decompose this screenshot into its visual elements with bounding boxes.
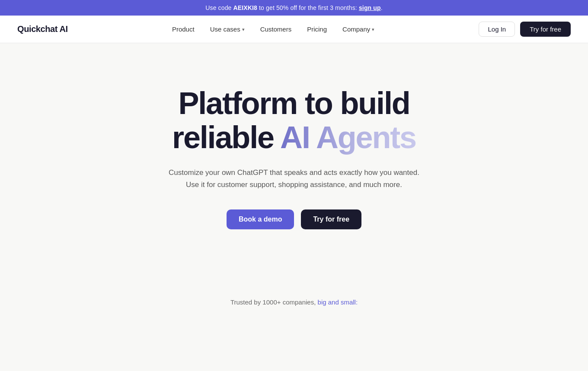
signup-link[interactable]: sign up	[359, 4, 381, 11]
company-nav-label: Company	[342, 25, 370, 33]
hero-section: Platform to build reliable AI Agents Cus…	[0, 43, 588, 255]
trusted-text: Trusted by 1000+ companies, big and smal…	[230, 298, 358, 306]
pricing-nav-button[interactable]: Pricing	[307, 25, 327, 33]
hero-subtitle: Customize your own ChatGPT that speaks a…	[164, 167, 424, 190]
chevron-down-icon-company: ▾	[372, 27, 374, 32]
nav-item-company[interactable]: Company ▾	[342, 25, 374, 33]
book-demo-button[interactable]: Book a demo	[227, 209, 294, 229]
chevron-down-icon: ▾	[242, 27, 245, 32]
login-button[interactable]: Log In	[479, 22, 515, 37]
hero-title-line2-prefix: reliable	[172, 120, 280, 155]
nav-item-pricing[interactable]: Pricing	[307, 25, 327, 33]
hero-title: Platform to build reliable AI Agents	[172, 86, 416, 155]
nav-actions: Log In Try for free	[479, 22, 571, 37]
logo[interactable]: Quickchat AI	[17, 24, 68, 34]
trusted-highlight: big and small:	[318, 298, 358, 306]
nav-item-use-cases[interactable]: Use cases ▾	[210, 25, 245, 33]
nav-item-product[interactable]: Product	[172, 25, 195, 33]
trusted-prefix: Trusted by 1000+ companies,	[230, 298, 318, 306]
nav-links: Product Use cases ▾ Customers Pricing Co…	[172, 25, 374, 33]
company-nav-button[interactable]: Company ▾	[342, 25, 374, 33]
try-for-free-hero-button[interactable]: Try for free	[301, 209, 361, 229]
navbar: Quickchat AI Product Use cases ▾ Custome…	[0, 16, 588, 43]
use-cases-nav-button[interactable]: Use cases ▾	[210, 25, 245, 33]
announcement-suffix: to get 50% off for the first 3 months:	[257, 4, 359, 11]
hero-buttons: Book a demo Try for free	[227, 209, 361, 229]
hero-title-accent: AI Agents	[280, 120, 416, 155]
pricing-nav-label: Pricing	[307, 25, 327, 33]
try-for-free-nav-button[interactable]: Try for free	[520, 22, 571, 37]
announcement-prefix: Use code	[205, 4, 233, 11]
hero-title-line1: Platform to build	[178, 86, 409, 120]
announcement-bar: Use code AEIXKI8 to get 50% off for the …	[0, 0, 588, 16]
product-nav-label: Product	[172, 25, 195, 33]
product-nav-button[interactable]: Product	[172, 25, 195, 33]
promo-code: AEIXKI8	[233, 4, 257, 11]
nav-item-customers[interactable]: Customers	[260, 25, 292, 33]
customers-nav-button[interactable]: Customers	[260, 25, 292, 33]
bottom-section: Trusted by 1000+ companies, big and smal…	[0, 281, 588, 314]
customers-nav-label: Customers	[260, 25, 292, 33]
use-cases-nav-label: Use cases	[210, 25, 240, 33]
announcement-period: .	[381, 4, 383, 11]
